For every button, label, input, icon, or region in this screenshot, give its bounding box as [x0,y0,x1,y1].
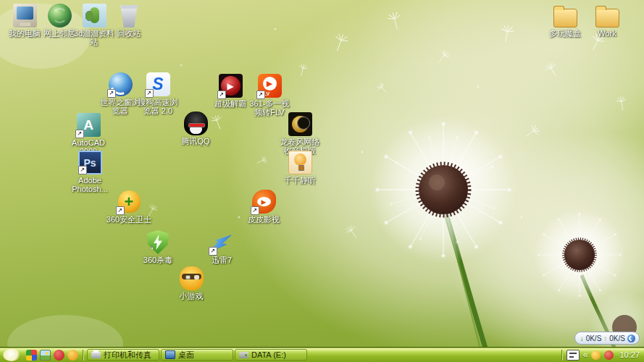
cross-glyph: + [117,190,141,214]
download-speed: 0K/S [586,334,602,342]
task-button-data-e[interactable]: DATA (E:) [235,349,307,361]
play-glyph: ▶ [219,74,243,98]
sogou-glyph: S [146,72,170,96]
eye-play-icon: ▶ [252,190,276,214]
icon-label: 小游戏 [168,292,214,300]
quick-launch-media-icon[interactable] [26,350,37,361]
my-computer-icon [13,4,37,28]
shield-bolt-icon [146,230,170,254]
icon-label: 皮皮影视 [241,215,287,224]
flv-badge: FLV [261,91,270,96]
icon-label: 回收站 [106,29,152,38]
game-face-icon [180,266,204,290]
qq-penguin-icon [184,111,208,135]
browser-swirl-icon [627,334,635,342]
desktop-icon-autocad[interactable]: A AutoCAD 2008 [65,113,112,156]
play-glyph: ▶ [252,190,276,214]
drive-icon [239,352,248,358]
icon-label: Work [584,29,630,38]
desktop-icon-tencent-qq[interactable]: 腾讯QQ [172,111,219,146]
desktop-icon-work-folder[interactable]: Work [584,4,630,38]
printer-icon [91,352,101,358]
quick-launch-show-desktop-icon[interactable] [40,350,51,361]
icon-label: 腾讯QQ [172,137,219,146]
desktop-icon-tornado-radio[interactable]: 龙卷风网络收音机版 [277,112,323,155]
desktop-window-icon [165,350,175,359]
task-button-desktop[interactable]: 桌面 [161,349,233,361]
task-button-label: 打印机和传真 [104,350,151,361]
task-button-label: DATA (E:) [251,350,286,359]
icon-label: 多玩魔盒 [542,29,588,38]
quick-launch-orange-app-icon[interactable] [67,350,78,361]
icon-label: 360安全卫士 [106,215,152,224]
browser-globe-icon [109,72,133,96]
taskbar: 打印机和传真 桌面 DATA (E:) « 10:27 [0,347,644,362]
desktop-icon-sogou-browser[interactable]: S 搜狗高速浏览器 2.0 [135,72,181,115]
tornado-radio-icon [288,112,312,136]
desktop-icon-recycle-bin[interactable]: 回收站 [106,4,152,38]
input-method-icon[interactable] [566,350,580,361]
quick-launch-red-app-icon[interactable] [54,350,64,361]
system-tray: « 10:27 [561,350,641,361]
ttplayer-icon [288,151,312,174]
task-button-label: 桌面 [178,350,194,361]
icon-label: 迅雷7 [198,256,245,264]
download-arrow-icon: ↓ [580,334,584,342]
desktop-icon-pipi-video[interactable]: ▶ 皮皮影视 [241,190,287,224]
folder-icon [595,9,619,28]
sogou-icon: S [146,72,170,96]
globe-icon [48,4,72,28]
desktop-icon-photoshop[interactable]: Ps Adobe Photosh... [67,151,113,193]
tray-collapse-chevron[interactable]: « [583,350,588,360]
upload-arrow-icon: ↑ [603,334,607,342]
autocad-glyph: A [77,113,101,137]
desktop-icon-thunder[interactable]: 迅雷7 [198,230,245,264]
thunder-bird-icon [210,230,234,254]
recycle-bin-icon [117,4,141,28]
tray-red-app-icon[interactable] [604,350,614,360]
desktop-icon-ttplayer[interactable]: 千千静听 [277,151,323,185]
start-button[interactable] [3,349,20,361]
tray-yellow-app-icon[interactable] [591,350,601,360]
shield-cross-icon: + [117,190,141,214]
folder-icon [553,9,577,28]
desktop-icon-flv-converter[interactable]: ▶ FLV 361-多一视频转FLV [246,74,293,117]
desktop-icon-mini-games[interactable]: 小游戏 [168,266,214,300]
icon-label: 360杀毒 [135,256,181,264]
network-speed-widget[interactable]: ↓ 0K/S ↑ 0K/S [574,332,640,345]
desktop-icon-duowan-folder[interactable]: 多玩魔盒 [542,4,588,38]
taskbar-clock[interactable]: 10:27 [619,350,640,359]
icon-label: 千千静听 [277,176,323,185]
task-button-printers[interactable]: 打印机和传真 [87,349,159,361]
taskbar-divider [83,350,83,361]
photoshop-icon: Ps [78,151,102,174]
cactus-icon [83,4,106,28]
ps-glyph: Ps [80,152,101,173]
flv-player-icon: ▶ FLV [258,74,282,98]
desktop-icon-360-antivirus[interactable]: 360杀毒 [135,230,181,264]
media-player-icon: ▶ [219,74,243,98]
upload-speed: 0K/S [609,334,625,342]
desktop-icon-360-safe[interactable]: + 360安全卫士 [106,190,152,224]
autocad-icon: A [77,113,101,137]
